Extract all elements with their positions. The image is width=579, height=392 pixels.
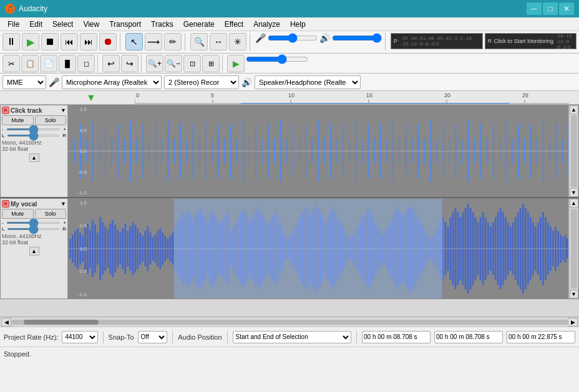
vocal-track-menu[interactable]: ▼ xyxy=(61,201,66,207)
vocal-track: ✕ My vocal ▼ Mute Solo - + L R xyxy=(0,198,579,299)
scroll-thumb[interactable] xyxy=(24,320,99,325)
selection-mode-select[interactable]: Start and End of Selection xyxy=(233,331,352,343)
vocal-pan-r: R xyxy=(62,226,66,232)
vocal-pan-l: L xyxy=(2,226,4,232)
zoom-tool[interactable]: 🔍 xyxy=(190,33,208,50)
skip-start-button[interactable]: ⏮ xyxy=(61,33,78,50)
minimize-button[interactable]: ─ xyxy=(527,2,542,15)
click-track-name: Click track xyxy=(11,107,59,114)
vocal-track-collapse[interactable]: ▲ xyxy=(29,247,39,256)
pause-button[interactable]: ⏸ xyxy=(2,33,20,50)
scroll-up[interactable]: ▲ xyxy=(570,105,578,114)
click-track-controls: ✕ Click track ▼ Mute Solo - + L R xyxy=(1,105,68,197)
paste-button[interactable]: 📄 xyxy=(40,55,57,72)
click-track-waveform[interactable]: 1.0 0.5 0.0 -0.5 -1.0 Click track xyxy=(68,105,568,197)
select-tool[interactable]: ↖ xyxy=(125,33,143,50)
draw-tool[interactable]: ✏ xyxy=(164,33,182,50)
menu-bar: File Edit Select View Transport Tracks G… xyxy=(0,17,579,31)
scroll-left-btn[interactable]: ◀ xyxy=(1,318,11,327)
speaker-select[interactable]: Speaker/Headphone (Realte xyxy=(255,75,361,89)
multi-tool[interactable]: ✳ xyxy=(229,33,246,50)
zoom-sel-button[interactable]: ⊞ xyxy=(202,55,220,72)
output-volume-slider[interactable] xyxy=(332,33,382,43)
stop-button[interactable]: ⏹ xyxy=(41,33,59,50)
click-pan-slider[interactable] xyxy=(7,135,60,136)
envelope-tool[interactable]: ⟿ xyxy=(145,33,162,50)
play-button[interactable]: ▶ xyxy=(22,33,39,50)
scroll-down[interactable]: ▼ xyxy=(570,188,578,197)
timeshift-tool[interactable]: ↔ xyxy=(210,33,227,50)
menu-transport[interactable]: Transport xyxy=(104,19,146,30)
audio-position-input[interactable]: 00 h 00 m 08.708 s xyxy=(362,331,431,343)
mic-select[interactable]: Microphone Array (Realtek xyxy=(62,75,162,89)
click-gain-minus: - xyxy=(2,127,4,132)
host-select[interactable]: MME xyxy=(2,75,46,89)
playback-meter[interactable]: P -57 -54 -51 -48 -45 -42 -3 -1 -18 -15 … xyxy=(391,33,483,49)
click-track-scrollbar[interactable]: ▲ ▼ xyxy=(568,105,578,197)
menu-edit[interactable]: Edit xyxy=(24,19,47,30)
menu-select[interactable]: Select xyxy=(47,19,78,30)
input-volume-slider[interactable] xyxy=(268,33,318,43)
vocal-gain-minus: - xyxy=(2,220,4,226)
menu-view[interactable]: View xyxy=(78,19,104,30)
vocal-track-close[interactable]: ✕ xyxy=(2,200,9,208)
click-track-info: Mono, 44100Hz 32-bit float xyxy=(2,140,66,152)
speed-slider[interactable] xyxy=(246,55,308,64)
click-track-menu[interactable]: ▼ xyxy=(61,107,66,113)
stopped-text: Stopped. xyxy=(4,350,31,358)
record-meter[interactable]: R Click to Start Monitoring -18 -15 -12 … xyxy=(485,33,577,49)
menu-file[interactable]: File xyxy=(2,19,24,30)
snap-to-select[interactable]: Off xyxy=(138,331,168,343)
click-track-collapse[interactable]: ▲ xyxy=(29,153,39,162)
zoom-fit-button[interactable]: ⊡ xyxy=(183,55,201,72)
cut-button[interactable]: ✂ xyxy=(2,55,20,72)
click-waveform-svg xyxy=(68,105,568,197)
vocal-track-name: My vocal xyxy=(11,201,59,208)
svg-text:25: 25 xyxy=(522,92,528,98)
vocal-pan-slider[interactable] xyxy=(7,228,60,230)
title-bar: 🎵 Audacity ─ □ ✕ xyxy=(0,0,579,17)
status-sep2 xyxy=(172,331,173,343)
menu-tracks[interactable]: Tracks xyxy=(146,19,178,30)
click-track-close[interactable]: ✕ xyxy=(2,107,9,114)
click-to-monitor[interactable]: Click to Start Monitoring xyxy=(494,38,554,44)
vocal-scroll-up[interactable]: ▲ xyxy=(570,199,578,208)
vocal-track-scrollbar[interactable]: ▲ ▼ xyxy=(568,199,578,299)
title-bar-controls: ─ □ ✕ xyxy=(527,2,574,15)
vocal-track-header: ✕ My vocal ▼ xyxy=(2,200,66,208)
zoom-out-button[interactable]: 🔍− xyxy=(165,55,182,72)
scroll-right-btn[interactable]: ▶ xyxy=(568,318,578,327)
ruler-ticks-area: 0 5 10 15 20 25 30 xyxy=(135,91,569,105)
separator3 xyxy=(250,33,252,50)
vocal-pan-row: L R xyxy=(2,226,66,232)
track-area: ✕ Click track ▼ Mute Solo - + L R xyxy=(0,105,579,317)
click-track: ✕ Click track ▼ Mute Solo - + L R xyxy=(0,105,579,198)
play-at-speed-button[interactable]: ▶ xyxy=(227,55,245,72)
menu-analyze[interactable]: Analyze xyxy=(248,19,285,30)
close-button[interactable]: ✕ xyxy=(559,2,574,15)
vocal-track-waveform[interactable]: 1.0 0.5 0.0 -0.5 -1.0 My vocal xyxy=(68,199,568,299)
undo-button[interactable]: ↩ xyxy=(102,55,120,72)
sep6 xyxy=(141,55,144,72)
menu-help[interactable]: Help xyxy=(285,19,311,30)
record-button[interactable]: ⏺ xyxy=(99,33,117,50)
status-sep4 xyxy=(356,331,357,343)
trim-button[interactable]: ▐▌ xyxy=(59,55,76,72)
menu-generate[interactable]: Generate xyxy=(178,19,220,30)
zoom-in-button[interactable]: 🔍+ xyxy=(146,55,163,72)
redo-button[interactable]: ↪ xyxy=(121,55,139,72)
project-rate-select[interactable]: 44100 xyxy=(62,331,97,343)
svg-text:0: 0 xyxy=(136,92,139,98)
horizontal-scrollbar[interactable]: ◀ ▶ xyxy=(0,317,579,327)
maximize-button[interactable]: □ xyxy=(543,2,558,15)
channels-select[interactable]: 2 (Stereo) Recor xyxy=(164,75,239,89)
vocal-scroll-down[interactable]: ▼ xyxy=(570,290,578,299)
skip-end-button[interactable]: ⏭ xyxy=(80,33,97,50)
silence-button[interactable]: ◻ xyxy=(77,55,95,72)
vocal-track-info1: Mono, 44100Hz xyxy=(2,233,66,239)
copy-button[interactable]: 📋 xyxy=(21,55,39,72)
toolbar-row2: ✂ 📋 📄 ▐▌ ◻ ↩ ↪ 🔍+ 🔍− ⊡ ⊞ ▶ xyxy=(0,54,579,74)
menu-effect[interactable]: Effect xyxy=(220,19,248,30)
end-selection-input[interactable]: 00 h 00 m 22.875 s xyxy=(507,331,575,343)
start-selection-input[interactable]: 00 h 00 m 08.708 s xyxy=(434,331,503,343)
